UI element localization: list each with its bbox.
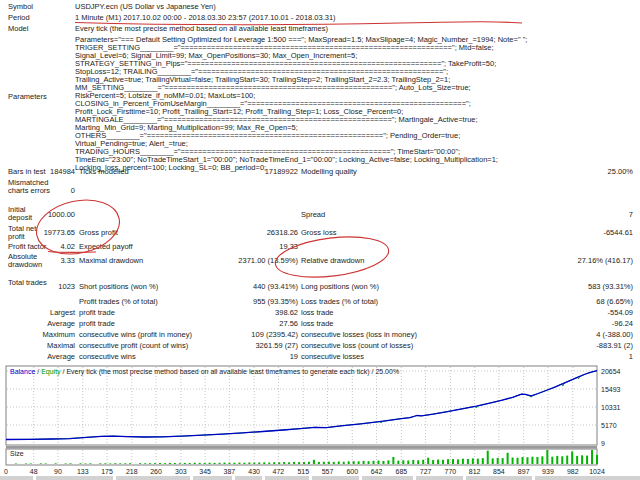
- x-axis-label: 345: [199, 468, 211, 475]
- size-bar: [328, 462, 330, 464]
- size-bar: [194, 463, 196, 464]
- parameters-label: Parameters: [8, 93, 64, 101]
- size-bar: [129, 463, 131, 464]
- partial-table-header: [535, 476, 640, 480]
- size-bar: [243, 463, 245, 464]
- stat-value: 583 (93.31%): [500, 283, 633, 291]
- stat-label: Ticks modelled: [79, 168, 129, 176]
- x-axis-label: 685: [396, 468, 408, 475]
- size-bar: [65, 463, 67, 464]
- size-bar: [437, 460, 439, 464]
- size-bar: [348, 461, 350, 464]
- period-value: 1 Minute (M1) 2017.10.02 00:00 - 2018.03…: [75, 14, 636, 22]
- size-bar: [109, 463, 111, 464]
- parameter-line: Trailing_Active=true; TrailingVirtual=fa…: [75, 76, 638, 84]
- stat-value: 19773.65: [8, 229, 75, 237]
- size-bar: [512, 458, 514, 464]
- equity-line: [6, 371, 597, 440]
- symbol-label: Symbol: [8, 3, 64, 11]
- stat-value: 184984: [8, 168, 75, 176]
- stat-value: 17189922: [180, 168, 298, 176]
- size-bar: [462, 459, 464, 464]
- size-bar: [25, 463, 27, 464]
- size-bar: [214, 463, 216, 464]
- symbol-value: USDJPY.ecn (US Dollar vs Japanese Yen): [75, 3, 636, 11]
- stat-value: 1023: [8, 283, 75, 291]
- size-bar: [566, 456, 568, 464]
- size-bar: [268, 463, 270, 464]
- size-bar: [174, 463, 176, 464]
- stat-value: 3261.59 (27): [180, 342, 298, 350]
- stat-label: Long positions (won %): [301, 283, 379, 291]
- parameter-line: MM_SETTING________="====================…: [75, 84, 638, 92]
- legend-model-text: Every tick (the most precise method base…: [66, 368, 369, 375]
- size-bar: [338, 461, 340, 464]
- partial-table-header: [36, 476, 113, 480]
- model-label: Model: [8, 25, 64, 33]
- x-axis-label: 515: [297, 468, 309, 475]
- size-bar: [343, 462, 345, 464]
- size-bar: [591, 450, 593, 464]
- size-bar: [323, 462, 325, 464]
- stat-label: Profit trades (% of total): [79, 298, 158, 306]
- size-bar: [273, 462, 275, 464]
- parameter-line: CLOSING_in_Percent_FromUseMargin________…: [75, 100, 638, 108]
- parameter-line: Marting_Min_Grid=9; Marting_Multiplicati…: [75, 124, 638, 132]
- stat-label: consecutive loss (count of losses): [301, 342, 413, 350]
- stat-value: 7: [500, 211, 633, 219]
- y-axis-label: 15493: [601, 386, 621, 393]
- legend-balance: Balance: [10, 368, 35, 375]
- y-axis-label: 5170: [601, 422, 617, 429]
- size-bar: [45, 463, 47, 464]
- partial-table-header: [312, 476, 359, 480]
- stat-value: -883.91 (2): [500, 342, 633, 350]
- size-bar: [387, 460, 389, 464]
- stat-label: profit trade: [79, 309, 115, 317]
- y-axis-label: 9: [601, 440, 605, 447]
- size-bar: [313, 460, 315, 464]
- size-bar: [407, 461, 409, 465]
- size-bar: [169, 463, 171, 464]
- stat-value: 1000.00: [8, 211, 75, 219]
- size-bar: [258, 462, 260, 464]
- size-bar: [502, 458, 504, 464]
- stat-value: 19.33: [180, 243, 298, 251]
- size-bar: [556, 456, 558, 464]
- size-bar: [452, 459, 454, 464]
- stat-value: 19: [180, 353, 298, 361]
- size-bar: [507, 453, 509, 464]
- size-bar: [442, 460, 444, 464]
- x-axis-label: 260: [150, 468, 162, 475]
- size-bar: [84, 463, 86, 464]
- partial-table-header: [116, 476, 190, 480]
- parameter-line: MARTINGALE________="====================…: [75, 116, 638, 124]
- stat-value: -96.24: [500, 320, 633, 328]
- y-axis-label: 20654: [601, 368, 621, 375]
- size-bar: [541, 456, 543, 464]
- size-bar: [253, 463, 255, 464]
- size-bar: [571, 451, 573, 464]
- size-bar: [417, 460, 419, 464]
- partial-table-header: [193, 476, 232, 480]
- size-bar: [40, 463, 42, 464]
- size-bar: [233, 463, 235, 464]
- size-bar: [531, 457, 533, 464]
- size-bar: [497, 458, 499, 464]
- annotation-underline-profit-factor: [48, 252, 96, 253]
- x-axis-label: 303: [175, 468, 187, 475]
- x-axis-label: 133: [77, 468, 89, 475]
- stat-value: 27.56: [180, 320, 298, 328]
- balance-line: [6, 371, 597, 440]
- size-bar: [412, 460, 414, 464]
- x-axis-label: 600: [346, 468, 358, 475]
- stat-value: 2371.00 (13.59%): [180, 257, 298, 265]
- size-bar: [422, 460, 424, 464]
- stat-rowhead: Average: [8, 353, 75, 361]
- y-axis-label: 10331: [601, 404, 621, 411]
- size-bar: [427, 458, 429, 464]
- size-bar: [581, 455, 583, 464]
- x-axis-label: 982: [567, 468, 579, 475]
- size-bar: [333, 462, 335, 464]
- stat-value: 440 (93.41%): [180, 283, 298, 291]
- stat-label: Short positions (won %): [79, 283, 158, 291]
